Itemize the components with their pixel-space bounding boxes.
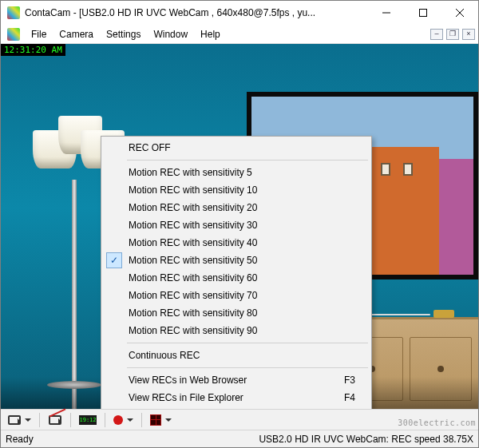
toolbar: 19:12 (1, 409, 478, 430)
menu-camera[interactable]: Camera (53, 26, 100, 42)
context-menu-item[interactable]: REC OFF (103, 139, 370, 157)
layout-dropdown-button[interactable] (146, 411, 176, 429)
context-menu-label: Motion REC with sensitivity 5 (129, 167, 252, 178)
context-menu-item[interactable]: Motion REC with sensitivity 70 (103, 287, 370, 304)
camera-dropdown-button[interactable] (4, 411, 35, 429)
minimize-icon (382, 9, 390, 17)
toolbar-separator (70, 413, 71, 427)
mdi-minimize-button[interactable]: – (430, 29, 443, 40)
context-menu-label: Motion REC with sensitivity 50 (129, 255, 257, 266)
mdi-close-button[interactable]: × (462, 29, 475, 40)
menu-window[interactable]: Window (147, 26, 194, 42)
toolbar-separator (141, 413, 142, 427)
context-menu-item[interactable]: Motion REC with sensitivity 30 (103, 216, 370, 234)
context-menu-label: Motion REC with sensitivity 70 (129, 290, 257, 301)
document-icon (7, 28, 20, 41)
toolbar-separator (105, 413, 105, 427)
context-menu-item[interactable]: Motion REC with sensitivity 5 (103, 164, 370, 181)
context-menu-label: REC OFF (129, 142, 171, 153)
app-window: ContaCam - [USB2.0 HD IR UVC WebCam , 64… (0, 0, 479, 448)
context-menu-shortcut: F4 (344, 392, 355, 403)
context-menu-item[interactable]: Motion REC with sensitivity 20 (103, 199, 370, 216)
status-right: USB2.0 HD IR UVC WebCam: REC speed 38.75… (34, 434, 473, 445)
maximize-button[interactable] (405, 1, 441, 25)
context-menu-label: Motion REC with sensitivity 80 (129, 307, 257, 319)
rec-context-menu: REC OFFMotion REC with sensitivity 5Moti… (101, 136, 372, 409)
context-menu-separator (127, 160, 368, 161)
svg-rect-0 (420, 10, 427, 17)
titlebar: ContaCam - [USB2.0 HD IR UVC WebCam , 64… (1, 1, 478, 25)
menu-file[interactable]: File (25, 26, 53, 42)
context-menu-label: Motion REC with sensitivity 20 (129, 202, 257, 213)
grid-icon (150, 414, 161, 426)
context-menu-separator (127, 343, 368, 343)
context-menu-label: Motion REC with sensitivity 30 (129, 220, 257, 231)
context-menu-item[interactable]: Motion REC with sensitivity 80 (103, 304, 370, 322)
context-menu-item[interactable]: Motion REC with sensitivity 90 (103, 322, 370, 339)
close-icon (456, 9, 464, 17)
context-menu-item[interactable]: Motion REC with sensitivity 40 (103, 234, 370, 252)
menu-help[interactable]: Help (194, 26, 227, 42)
record-dropdown-button[interactable] (109, 411, 137, 429)
menu-settings[interactable]: Settings (100, 26, 147, 42)
context-menu-shortcut: F3 (344, 375, 355, 386)
context-menu-item[interactable]: Motion REC with sensitivity 60 (103, 269, 370, 287)
camera-off-button[interactable] (44, 411, 66, 429)
camera-viewport[interactable]: 12:31:20 AM REC OFFMotion REC with sensi… (1, 44, 478, 409)
context-menu-label: View RECs in File Explorer (129, 392, 243, 403)
context-menu-item[interactable]: ✓Motion REC with sensitivity 50 (103, 252, 370, 269)
check-icon: ✓ (106, 252, 122, 268)
app-icon (7, 6, 20, 19)
statusbar: Ready USB2.0 HD IR UVC WebCam: REC speed… (1, 430, 478, 447)
minimize-button[interactable] (368, 1, 405, 25)
status-left: Ready (6, 434, 34, 445)
context-menu-label: Continuous REC (129, 350, 200, 361)
menubar: File Camera Settings Window Help – ❐ × (1, 25, 478, 44)
timestamp-toggle-button[interactable]: 19:12 (75, 411, 101, 429)
mdi-restore-button[interactable]: ❐ (446, 29, 459, 40)
context-menu-item[interactable]: Continuous REC (103, 347, 370, 364)
camera-off-icon (49, 415, 61, 425)
context-menu-label: View RECs in Web Browser (129, 375, 247, 386)
window-title: ContaCam - [USB2.0 HD IR UVC WebCam , 64… (25, 7, 368, 18)
context-menu-item[interactable]: View RECs in Web BrowserF3 (103, 371, 370, 389)
context-menu-label: Motion REC with sensitivity 40 (129, 237, 257, 248)
timestamp-icon: 19:12 (79, 415, 97, 425)
record-icon (113, 415, 123, 425)
context-menu-label: Motion REC with sensitivity 10 (129, 184, 257, 196)
close-button[interactable] (441, 1, 478, 25)
context-menu-item[interactable]: Motion REC with sensitivity 10 (103, 181, 370, 199)
sword-prop (358, 307, 454, 321)
context-menu-item[interactable]: View RECs in File ExplorerF4 (103, 389, 370, 406)
context-menu-label: Motion REC with sensitivity 60 (129, 272, 257, 283)
maximize-icon (419, 9, 427, 17)
context-menu-label: Motion REC with sensitivity 90 (129, 325, 257, 336)
camera-icon (8, 415, 21, 425)
timestamp-overlay: 12:31:20 AM (1, 44, 65, 56)
toolbar-separator (39, 413, 40, 427)
context-menu-separator (127, 367, 368, 368)
